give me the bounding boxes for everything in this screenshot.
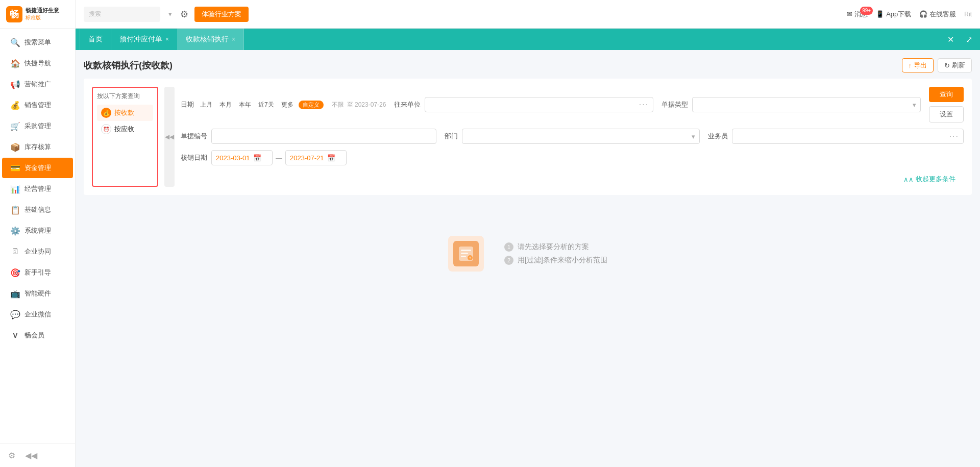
docnumber-input[interactable]	[211, 129, 436, 144]
page-content: 收款核销执行(按收款) ↑ 导出 ↻ 刷新 按以下方案查询 💰 按收款	[76, 50, 980, 467]
app-download-button[interactable]: 📱 App下载	[876, 10, 911, 19]
collapse-icon: ◀◀	[165, 133, 174, 140]
query-button[interactable]: 查询	[929, 87, 964, 102]
sidebar-item-label: 快捷导航	[24, 59, 51, 68]
date-option-thismonth[interactable]: 本月	[217, 100, 234, 110]
counterparty-select[interactable]: ···	[425, 97, 653, 112]
topbar-settings-icon[interactable]: ⚙	[180, 9, 188, 20]
sidebar-item-basic[interactable]: 📋 基础信息	[2, 200, 73, 220]
date-to: 至 2023-07-26	[347, 101, 386, 109]
dept-select[interactable]: ▾	[462, 129, 700, 144]
message-badge: 99+	[860, 7, 873, 15]
search-placeholder-text: 搜索	[89, 10, 101, 18]
sidebar-item-enterprise[interactable]: 🗓 企业协同	[2, 241, 73, 262]
sidebar-settings-button[interactable]: ⚙	[4, 448, 19, 463]
sidebar-item-label: 企业微信	[24, 310, 51, 319]
tab-prepay-close-icon[interactable]: ×	[165, 36, 169, 43]
filter-settings-button[interactable]: 设置	[929, 106, 964, 122]
docnumber-field: 单据编号	[181, 129, 436, 144]
export-label: 导出	[914, 61, 927, 70]
date-option-more[interactable]: 更多	[279, 100, 296, 110]
refresh-button[interactable]: ↻ 刷新	[938, 58, 972, 72]
topbar-dropdown-icon[interactable]: ▾	[168, 10, 172, 18]
sidebar-item-wechat[interactable]: 💬 企业微信	[2, 304, 73, 325]
user-profile[interactable]: Rit	[964, 11, 972, 18]
sidebar-item-capital[interactable]: 💳 资金管理	[2, 158, 73, 178]
filter-option-by-receipt[interactable]: 💰 按收款	[97, 105, 153, 121]
member-icon: V	[10, 330, 20, 340]
filter-sidebar: 按以下方案查询 💰 按收款 ⏰ 按应收	[92, 87, 158, 187]
logo-title: 畅捷通好生意	[26, 7, 59, 14]
enterprise-icon: 🗓	[10, 247, 20, 257]
sidebar-item-purchase[interactable]: 🛒 采购管理	[2, 116, 73, 136]
export-button[interactable]: ↑ 导出	[902, 58, 934, 72]
tab-home[interactable]: 首页	[80, 29, 111, 50]
filter-option-receivable-label: 按应收	[114, 125, 134, 134]
sidebar-item-guide[interactable]: 🎯 新手引导	[2, 262, 73, 283]
staff-field: 业务员 ···	[708, 129, 964, 144]
page-title: 收款核销执行(按收款)	[84, 59, 173, 71]
close-window-button[interactable]: ✕	[943, 32, 958, 46]
staff-select[interactable]: ···	[732, 129, 964, 144]
sidebar-item-search[interactable]: 🔍 搜索菜单	[2, 32, 73, 53]
date-options: 上月 本月 本年 近7天 更多 自定义	[198, 100, 324, 110]
date-range: 2023-03-01 📅 — 2023-07-21 📅	[211, 150, 347, 165]
sidebar-logo: 畅 畅捷通好生意 标准版	[0, 0, 75, 29]
verify-date-start-input[interactable]: 2023-03-01 📅	[211, 150, 273, 165]
user-name: Rit	[964, 11, 972, 18]
export-icon: ↑	[909, 62, 912, 69]
sidebar-item-quicknav[interactable]: 🏠 快捷导航	[2, 53, 73, 73]
empty-state-texts: 1 请先选择要分析的方案 2 用[过滤]条件来缩小分析范围	[504, 242, 607, 265]
counterparty-menu-icon[interactable]: ···	[639, 100, 649, 109]
expand-window-button[interactable]: ⤢	[962, 32, 976, 46]
doctype-select[interactable]: ▾	[692, 97, 921, 112]
verify-date-field: 核销日期 2023-03-01 📅 — 2023-07-21 📅	[181, 150, 964, 165]
dept-field: 部门 ▾	[445, 129, 700, 144]
sidebar-collapse-button[interactable]: ◀◀	[23, 448, 39, 463]
inventory-icon: 📦	[10, 142, 20, 152]
message-icon: ✉	[847, 10, 852, 18]
service-icon: 🎧	[919, 10, 927, 18]
sidebar-item-label: 销售管理	[24, 101, 51, 110]
filter-collapse-button[interactable]: ◀◀	[164, 87, 175, 187]
collapse-conditions-button[interactable]: ∧∧ 收起更多条件	[895, 171, 964, 187]
calendar-end-icon[interactable]: 📅	[327, 154, 335, 162]
doctype-chevron-icon: ▾	[913, 101, 916, 109]
home-icon: 🏠	[10, 58, 20, 68]
date-option-thisyear[interactable]: 本年	[237, 100, 253, 110]
calendar-start-icon[interactable]: 📅	[253, 154, 261, 162]
topbar-search[interactable]: 搜索	[84, 7, 160, 22]
basic-icon: 📋	[10, 205, 20, 215]
message-button[interactable]: ✉ 消息 99+	[847, 10, 868, 19]
tab-receipt-verify-close-icon[interactable]: ×	[232, 36, 235, 43]
industry-solution-button[interactable]: 体验行业方案	[194, 7, 249, 22]
counterparty-field: 往来单位 ···	[394, 97, 653, 112]
sidebar-item-inventory[interactable]: 📦 库存核算	[2, 137, 73, 157]
online-service-button[interactable]: 🎧 在线客服	[919, 10, 956, 19]
filter-row-2: 单据编号 部门 ▾ 业务员 ···	[181, 129, 964, 144]
verify-date-end-value: 2023-07-21	[290, 154, 324, 162]
sidebar-item-hardware[interactable]: 📺 智能硬件	[2, 283, 73, 304]
date-option-7days[interactable]: 近7天	[256, 100, 276, 110]
doctype-label: 单据类型	[662, 100, 688, 109]
refresh-icon: ↻	[944, 62, 950, 69]
wechat-icon: 💬	[10, 309, 20, 319]
sidebar-item-system[interactable]: ⚙️ 系统管理	[2, 220, 73, 241]
sidebar-item-marketing[interactable]: 📢 营销推广	[2, 74, 73, 94]
sidebar-item-label: 企业协同	[24, 247, 51, 256]
tab-prepay[interactable]: 预付冲应付单 ×	[111, 29, 178, 50]
sidebar-item-sales[interactable]: 💰 销售管理	[2, 95, 73, 115]
dept-chevron-icon: ▾	[692, 133, 695, 140]
sidebar-item-operations[interactable]: 📊 经营管理	[2, 179, 73, 199]
sidebar: 畅 畅捷通好生意 标准版 🔍 搜索菜单 🏠 快捷导航 📢 营销推广 💰 销售管理…	[0, 0, 76, 467]
date-custom-badge[interactable]: 自定义	[299, 101, 324, 109]
staff-menu-icon[interactable]: ···	[949, 132, 959, 141]
operations-icon: 📊	[10, 184, 20, 194]
tab-receipt-verify[interactable]: 收款核销执行 ×	[178, 29, 244, 50]
capital-icon: 💳	[10, 163, 20, 173]
verify-date-end-input[interactable]: 2023-07-21 📅	[285, 150, 347, 165]
filter-option-by-receivable[interactable]: ⏰ 按应收	[97, 121, 153, 137]
date-option-lastmonth[interactable]: 上月	[198, 100, 214, 110]
page-actions: ↑ 导出 ↻ 刷新	[902, 58, 972, 72]
sidebar-item-member[interactable]: V 畅会员	[2, 325, 73, 346]
